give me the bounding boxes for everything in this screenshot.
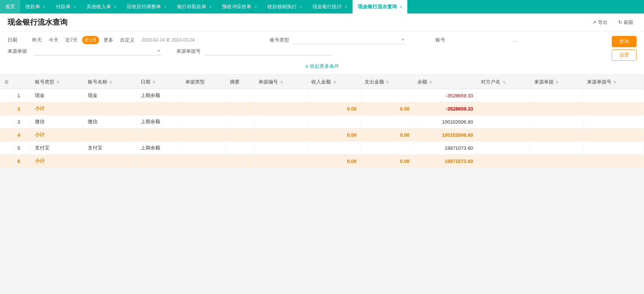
top-navigation: 首页 收款单 × 付款单 × 其他收入单 × 应收应付调整单 × 银行存取款单 …	[0, 0, 644, 13]
col-index	[14, 75, 31, 89]
cell-income	[308, 142, 360, 155]
col-expense[interactable]: 支出金额 ⇅	[360, 75, 413, 89]
close-other-income-icon[interactable]: ×	[114, 0, 116, 13]
date-btn-more[interactable]: 更多	[101, 36, 116, 44]
cell-summary	[226, 142, 255, 155]
date-btn-custom[interactable]: 自定义	[118, 36, 137, 44]
nav-payment[interactable]: 付款单 ×	[51, 0, 81, 13]
page-header: 现金银行流水查询 ↗ 导出 ↻ 刷新	[0, 13, 644, 31]
cell-counterparty	[477, 89, 530, 102]
cell-balance: 100102606.60	[413, 128, 477, 142]
col-source-doc-no[interactable]: 来源单据号 ⇅	[583, 75, 644, 89]
close-bank-deposit-icon[interactable]: ×	[209, 0, 212, 13]
cell-doc-no	[255, 155, 308, 168]
cell-source-doc-no	[583, 142, 644, 155]
nav-cash-flow[interactable]: 现金银行流水查询 ×	[353, 0, 407, 13]
nav-collection-exec[interactable]: 收款核销执行 ×	[262, 0, 307, 13]
nav-home[interactable]: 首页	[0, 0, 20, 13]
col-source-doc[interactable]: 来源单据 ⇅	[530, 75, 583, 89]
date-options: 昨天 今天 近7天 近1月 更多 自定义 2023-02-24 至 2023-0…	[30, 36, 195, 44]
cell-index: 2	[14, 102, 31, 115]
cell-balance: -3528659.33	[413, 89, 477, 102]
date-btn-7days[interactable]: 近7天	[63, 36, 80, 44]
right-buttons: 查询 设置	[612, 36, 636, 61]
cell-date: 上期余额	[137, 89, 181, 102]
cell-source-doc	[530, 89, 583, 102]
col-counterparty[interactable]: 对方户名 ⇅	[477, 75, 530, 89]
export-icon: ↗	[592, 19, 596, 25]
cell-gear	[0, 155, 14, 168]
cell-index: 3	[14, 115, 31, 128]
table-row[interactable]: 5 支付宝 支付宝 上期余额 19871073.60	[0, 142, 644, 155]
collapse-bar[interactable]: ∧ 收起更多条件	[8, 61, 636, 71]
date-btn-1month[interactable]: 近1月	[82, 36, 99, 44]
cell-expense	[360, 115, 413, 128]
source-doc-select-wrap: ▾	[34, 47, 161, 55]
col-account-name[interactable]: 账号名称 ⇅	[84, 75, 137, 89]
account-type-input[interactable]	[293, 36, 401, 43]
filter-area: 日期 昨天 今天 近7天 近1月 更多 自定义 2023-02-24 至 202…	[0, 31, 644, 75]
nav-ar-ap-adjust[interactable]: 应收应付调整单 ×	[122, 0, 171, 13]
nav-bank-deposit[interactable]: 银行存取款单 ×	[172, 0, 217, 13]
cell-summary	[226, 155, 255, 168]
query-button[interactable]: 查询	[612, 36, 636, 47]
col-account-type[interactable]: 账号类型 ⇅	[31, 75, 84, 89]
cell-balance: 19871073.60	[413, 142, 477, 155]
table-row[interactable]: 3 微信 微信 上期余额 100102606.60	[0, 115, 644, 128]
nav-other-income[interactable]: 其他收入单 ×	[81, 0, 122, 13]
close-flow-icon[interactable]: ×	[400, 0, 402, 13]
cell-doc-no	[255, 115, 308, 128]
cell-doc-type	[181, 128, 226, 142]
col-gear[interactable]: ⚙	[0, 75, 14, 89]
source-doc-input[interactable]	[34, 47, 156, 54]
account-no-dots[interactable]: ...	[513, 37, 518, 43]
collapse-up-icon: ∧	[305, 63, 309, 69]
refresh-icon: ↻	[618, 19, 622, 25]
cell-balance: 19871073.60	[413, 155, 477, 168]
cell-account-type: 小计	[31, 128, 84, 142]
source-doc-no-input[interactable]	[204, 47, 332, 54]
cell-account-type: 现金	[31, 89, 84, 102]
close-prepay-icon[interactable]: ×	[254, 0, 257, 13]
table-row[interactable]: 2 小计 0.00 0.00 -3528659.33	[0, 102, 644, 115]
cell-account-name	[84, 102, 137, 115]
col-balance[interactable]: 余额 ⇅	[413, 75, 477, 89]
nav-cash-stats[interactable]: 现金银行统计 ×	[307, 0, 352, 13]
cell-income	[308, 89, 360, 102]
nav-receipt[interactable]: 收款单 ×	[20, 0, 51, 13]
close-receipt-icon[interactable]: ×	[43, 0, 45, 13]
date-btn-today[interactable]: 今天	[47, 36, 61, 44]
cell-gear	[0, 115, 14, 128]
cell-account-name: 现金	[84, 89, 137, 102]
cell-expense: 0.00	[360, 155, 413, 168]
col-income[interactable]: 收入金额 ⇅	[308, 75, 360, 89]
account-no-label: 账号	[435, 37, 445, 43]
table-row[interactable]: 4 小计 0.00 0.00 100102606.60	[0, 128, 644, 142]
settings-button[interactable]: 设置	[612, 49, 636, 61]
date-btn-yesterday[interactable]: 昨天	[30, 36, 44, 44]
refresh-button[interactable]: ↻ 刷新	[615, 18, 636, 27]
nav-prepay-offset[interactable]: 预收冲应收单 ×	[217, 0, 262, 13]
close-ar-ap-icon[interactable]: ×	[164, 0, 166, 13]
col-doc-no[interactable]: 单据编号 ⇅	[255, 75, 308, 89]
col-date[interactable]: 日期 ⇅	[137, 75, 181, 89]
table-row[interactable]: 6 小计 0.00 0.00 19871073.60	[0, 155, 644, 168]
source-doc-arrow-icon[interactable]: ▾	[156, 49, 161, 53]
cell-source-doc-no	[583, 89, 644, 102]
table-wrap: ⚙ 账号类型 ⇅ 账号名称 ⇅ 日期 ⇅ 单据类型	[0, 75, 644, 168]
date-label: 日期	[8, 37, 30, 43]
cell-doc-no	[255, 128, 308, 142]
source-doc-filter-row: 来源单据 ▾ 来源单据号	[8, 47, 612, 55]
source-doc-label: 来源单据	[8, 48, 30, 55]
table-row[interactable]: 1 现金 现金 上期余额 -3528659.33	[0, 89, 644, 102]
cell-index: 6	[14, 155, 31, 168]
sort-date-icon: ⇅	[152, 80, 155, 84]
close-collection-icon[interactable]: ×	[300, 0, 302, 13]
close-stats-icon[interactable]: ×	[345, 0, 347, 13]
gear-icon[interactable]: ⚙	[4, 79, 9, 85]
account-type-arrow-icon[interactable]: ▾	[401, 37, 405, 42]
cell-doc-no	[255, 89, 308, 102]
close-payment-icon[interactable]: ×	[74, 0, 76, 13]
export-button[interactable]: ↗ 导出	[589, 18, 611, 27]
cell-doc-no	[255, 142, 308, 155]
